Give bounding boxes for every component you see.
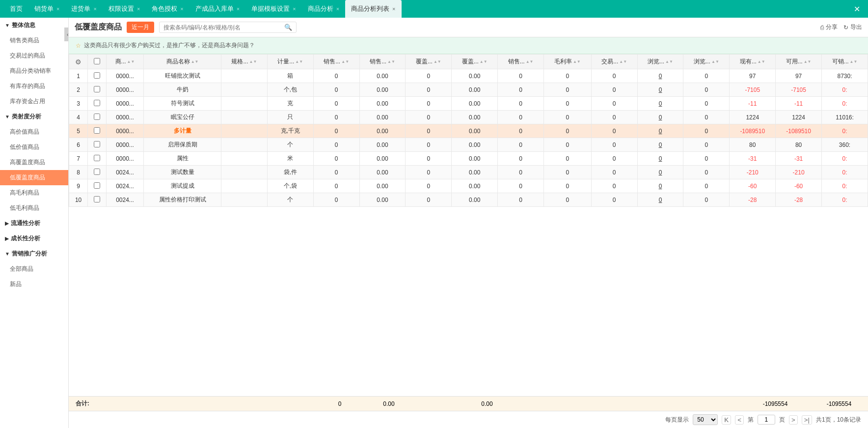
sidebar-group-overall[interactable]: ▼ 整体信息 <box>0 18 68 33</box>
sidebar-group-marketing[interactable]: ▼ 营销推广分析 <box>0 246 68 261</box>
share-button[interactable]: ⎙ 分享 <box>820 23 838 31</box>
table-cell[interactable]: 0 <box>637 83 683 97</box>
th-current-stock[interactable]: 现有...▲▼ <box>730 55 776 69</box>
close-analysis-icon[interactable]: × <box>336 6 339 12</box>
table-cell[interactable]: 0 <box>637 97 683 111</box>
settings-icon[interactable]: ⚙ <box>75 58 81 66</box>
th-sales3[interactable]: 销售...▲▼ <box>498 55 544 69</box>
table-row: 30000...符号测试克00.0000.0000000-11-110: <box>69 97 868 111</box>
sidebar-item-high-coverage[interactable]: 高覆盖度商品 <box>0 155 68 170</box>
nav-item-permissions[interactable]: 权限设置 × <box>103 0 146 18</box>
sidebar-group-liquidity[interactable]: ▶ 流通性分析 <box>0 216 68 231</box>
sidebar-item-sales-goods[interactable]: 销售类商品 <box>0 33 68 48</box>
table-cell: 0 <box>313 124 359 138</box>
table-cell[interactable]: 0 <box>637 152 683 166</box>
table-cell[interactable]: 0 <box>637 166 683 179</box>
window-close-button[interactable]: ✕ <box>850 4 864 14</box>
nav-item-home[interactable]: 首页 <box>4 0 28 18</box>
prev-page-button[interactable]: < <box>735 415 744 425</box>
sidebar-item-high-margin[interactable]: 高毛利商品 <box>0 185 68 200</box>
sidebar-item-low-margin[interactable]: 低毛利商品 <box>0 200 68 216</box>
nav-item-analysis-list[interactable]: 商品分析列表 × <box>345 0 401 18</box>
table-cell[interactable] <box>88 152 107 166</box>
nav-item-roles[interactable]: 角色授权 × <box>146 0 189 18</box>
next-page-button[interactable]: > <box>789 415 798 425</box>
table-cell[interactable] <box>88 69 107 83</box>
th-gross-margin[interactable]: 毛利率▲▼ <box>544 55 592 69</box>
close-analysis-list-icon[interactable]: × <box>392 6 395 12</box>
th-cover2[interactable]: 覆盖...▲▼ <box>452 55 498 69</box>
th-spec[interactable]: 规格...▲▼ <box>221 55 267 69</box>
th-browse2[interactable]: 浏览...▲▼ <box>683 55 730 69</box>
nav-item-template[interactable]: 单据模板设置 × <box>245 0 301 18</box>
sidebar-item-low-value[interactable]: 低价值商品 <box>0 140 68 155</box>
nav-item-purchase[interactable]: 进货单 × <box>65 0 102 18</box>
table-cell[interactable] <box>88 193 107 207</box>
table-cell: 0: <box>822 193 868 207</box>
search-input[interactable] <box>163 24 284 31</box>
time-filter-button[interactable]: 近一月 <box>127 22 154 33</box>
table-cell[interactable] <box>88 166 107 179</box>
close-permissions-icon[interactable]: × <box>137 6 140 12</box>
select-all-checkbox[interactable] <box>94 58 100 64</box>
table-cell[interactable]: 0 <box>637 124 683 138</box>
table-cell[interactable] <box>88 124 107 138</box>
th-unit[interactable]: 计量...▲▼ <box>267 55 313 69</box>
sidebar-item-low-coverage[interactable]: 低覆盖度商品 <box>0 170 68 185</box>
sidebar-item-high-value[interactable]: 高价值商品 <box>0 124 68 140</box>
table-cell[interactable]: 0 <box>637 179 683 193</box>
sidebar-item-new-goods[interactable]: 新品 <box>0 277 68 292</box>
sidebar-item-all-goods[interactable]: 全部商品 <box>0 261 68 277</box>
last-page-button[interactable]: >| <box>802 415 812 425</box>
table-cell[interactable]: 0 <box>637 69 683 83</box>
th-sales-amt[interactable]: 销售...▲▼ <box>359 55 406 69</box>
sidebar-item-category-rate[interactable]: 商品分类动销率 <box>0 63 68 79</box>
table-cell: 1 <box>69 69 88 83</box>
table-cell <box>221 124 267 138</box>
table-cell[interactable] <box>88 179 107 193</box>
th-checkbox[interactable] <box>88 55 107 69</box>
close-roles-icon[interactable]: × <box>180 6 183 12</box>
table-cell: 多计量 <box>144 124 221 138</box>
table-cell[interactable]: 0 <box>637 111 683 124</box>
nav-item-analysis[interactable]: 商品分析 × <box>302 0 345 18</box>
close-sales-icon[interactable]: × <box>56 6 59 12</box>
table-cell[interactable] <box>88 83 107 97</box>
th-code[interactable]: 商...▲▼ <box>106 55 143 69</box>
per-page-select[interactable]: 50 20 100 <box>693 414 718 425</box>
table-cell: 个 <box>267 138 313 152</box>
first-page-button[interactable]: K <box>722 415 731 425</box>
close-purchase-icon[interactable]: × <box>93 6 96 12</box>
table-row: 60000...启用保质期个00.0000.00000008080360: <box>69 138 868 152</box>
table-cell[interactable]: 0 <box>637 193 683 207</box>
table-container: ⚙ 商...▲▼ 商品名称▲▼ 规格...▲▼ 计量...▲▼ 销售...▲▼ … <box>69 54 868 396</box>
table-cell[interactable] <box>88 97 107 111</box>
current-page-input[interactable] <box>758 415 775 425</box>
th-sales-qty[interactable]: 销售...▲▼ <box>313 55 359 69</box>
sidebar-group-diversity[interactable]: ▼ 类射度分析 <box>0 109 68 124</box>
th-name[interactable]: 商品名称▲▼ <box>144 55 221 69</box>
table-cell[interactable] <box>88 138 107 152</box>
table-cell: 7 <box>69 152 88 166</box>
export-button[interactable]: ↻ 导出 <box>843 23 862 31</box>
close-template-icon[interactable]: × <box>293 6 296 12</box>
th-trade[interactable]: 交易...▲▼ <box>591 55 637 69</box>
close-production-icon[interactable]: × <box>237 6 240 12</box>
table-row: 40000...眠宝公仔只00.0000.0000000122412241101… <box>69 111 868 124</box>
th-sellable[interactable]: 可销...▲▼ <box>822 55 868 69</box>
search-icon[interactable]: 🔍 <box>284 24 292 31</box>
th-browse1[interactable]: 浏览...▲▼ <box>637 55 683 69</box>
th-available-stock[interactable]: 可用...▲▼ <box>776 55 822 69</box>
sidebar-item-stock-goods[interactable]: 有库存的商品 <box>0 79 68 94</box>
sidebar-item-traded-goods[interactable]: 交易过的商品 <box>0 48 68 63</box>
th-cover1[interactable]: 覆盖...▲▼ <box>406 55 452 69</box>
nav-item-sales[interactable]: 销货单 × <box>28 0 65 18</box>
th-settings[interactable]: ⚙ <box>69 55 88 69</box>
nav-item-production[interactable]: 产成品入库单 × <box>190 0 245 18</box>
sidebar-group-growth[interactable]: ▶ 成长性分析 <box>0 231 68 246</box>
table-cell[interactable]: 0 <box>637 138 683 152</box>
table-cell: 0000... <box>106 83 143 97</box>
table-cell[interactable] <box>88 111 107 124</box>
sidebar-collapse-button[interactable]: « <box>64 28 69 41</box>
sidebar-item-stock-capital[interactable]: 库存资金占用 <box>0 94 68 109</box>
